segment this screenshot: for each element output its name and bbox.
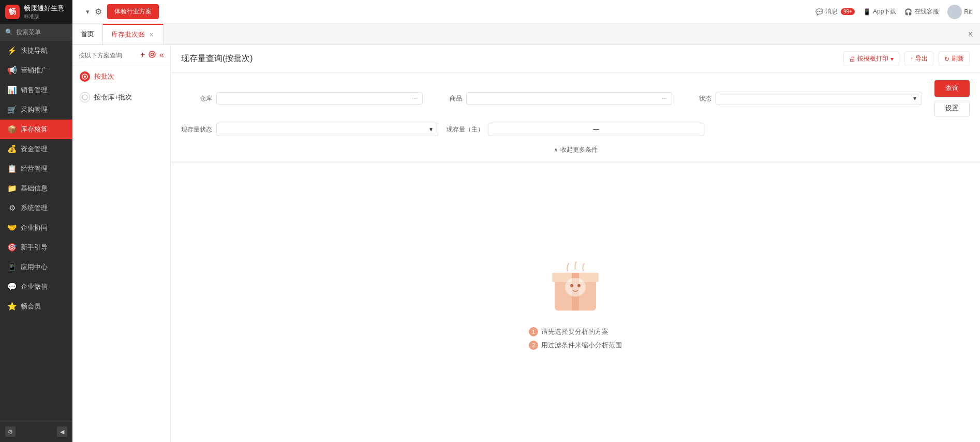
scheme-batch-icon bbox=[80, 71, 90, 82]
status-filter: 状态 ▾ bbox=[680, 92, 922, 105]
sidebar-item-purchase[interactable]: 🛒 采购管理 bbox=[0, 100, 72, 120]
export-label: 导出 bbox=[915, 54, 928, 63]
message-button[interactable]: 💬 消息 99+ bbox=[815, 7, 855, 16]
sidebar-item-quick-nav[interactable]: ⚡ 快捷导航 bbox=[0, 41, 72, 61]
search-icon: 🔍 bbox=[5, 28, 13, 36]
sidebar-item-inventory[interactable]: 📦 库存核算 bbox=[0, 120, 72, 139]
inventory-status-label: 现存量状态 bbox=[181, 125, 212, 134]
product-more-icon[interactable]: ··· bbox=[662, 95, 666, 101]
sidebar-item-sales[interactable]: 📊 销售管理 bbox=[0, 80, 72, 100]
tab-home[interactable]: 首页 bbox=[72, 24, 103, 44]
experience-button[interactable]: 体验行业方案 bbox=[107, 4, 159, 19]
left-panel: 按以下方案查询 + « 按批次 bbox=[72, 45, 171, 442]
product-input[interactable]: ··· bbox=[466, 92, 673, 105]
sidebar-item-appstore[interactable]: 📱 应用中心 bbox=[0, 257, 72, 277]
dropdown-button[interactable]: ▾ bbox=[86, 8, 90, 16]
app-logo: 畅 bbox=[5, 5, 20, 19]
sidebar-item-finance[interactable]: 💰 资金管理 bbox=[0, 139, 72, 159]
sidebar-item-marketing[interactable]: 📢 营销推广 bbox=[0, 61, 72, 80]
system-icon: ⚙ bbox=[7, 203, 17, 213]
appstore-icon: 📱 bbox=[7, 262, 17, 272]
app-download-button[interactable]: 📱 App下载 bbox=[863, 7, 896, 16]
brand-subtitle: 标准版 bbox=[24, 13, 64, 20]
sidebar-search[interactable]: 🔍 搜索菜单 bbox=[0, 24, 72, 41]
status-label: 状态 bbox=[680, 94, 711, 103]
sidebar-header: 畅 畅康通好生意 标准版 bbox=[0, 0, 72, 24]
filter-row-2: 现存量状态 ▾ 现存量（主） — bbox=[181, 123, 970, 136]
inventory-status-chevron: ▾ bbox=[429, 126, 433, 133]
topbar: ▾ ⚙ 体验行业方案 💬 消息 99+ 📱 App下载 🎧 在线客服 Rit bbox=[72, 0, 980, 24]
sidebar-item-wechat[interactable]: 💬 企业微信 bbox=[0, 277, 72, 297]
member-icon: ⭐ bbox=[7, 302, 17, 311]
sidebar-item-label: 销售管理 bbox=[21, 85, 48, 95]
online-support-button[interactable]: 🎧 在线客服 bbox=[904, 7, 939, 16]
sidebar-item-operation[interactable]: 📋 经营管理 bbox=[0, 159, 72, 179]
sidebar-item-label: 企业协同 bbox=[21, 223, 48, 232]
collapse-panel-button[interactable]: « bbox=[159, 50, 164, 61]
wechat-icon: 💬 bbox=[7, 282, 17, 291]
collapse-label: 收起更多条件 bbox=[560, 145, 598, 154]
close-icon: × bbox=[968, 30, 973, 38]
basic-icon: 📁 bbox=[7, 184, 17, 193]
sidebar-item-enterprise[interactable]: 🤝 企业协同 bbox=[0, 218, 72, 238]
sidebar-item-label: 库存核算 bbox=[21, 125, 48, 134]
warehouse-more-icon[interactable]: ··· bbox=[412, 95, 417, 101]
search-label: 搜索菜单 bbox=[16, 28, 41, 37]
tip-num-2: 2 bbox=[529, 341, 538, 350]
main-content: 现存量查询(按批次) 🖨 按模板打印 ▾ ↑ 导出 ↻ 刷新 bbox=[171, 45, 980, 442]
inventory-status-select[interactable]: ▾ bbox=[216, 123, 438, 136]
sidebar-item-newbie[interactable]: 🎯 新手引导 bbox=[0, 238, 72, 257]
scheme-settings-button[interactable] bbox=[148, 50, 156, 61]
scheme-batch[interactable]: 按批次 bbox=[72, 66, 170, 87]
add-scheme-button[interactable]: + bbox=[140, 50, 145, 61]
sidebar-item-member[interactable]: ⭐ 畅会员 bbox=[0, 297, 72, 316]
topbar-settings-icon[interactable]: ⚙ bbox=[95, 7, 102, 17]
sidebar-item-label: 资金管理 bbox=[21, 144, 48, 154]
tip-num-1: 1 bbox=[529, 327, 538, 336]
collapse-filter-button[interactable]: ∧ 收起更多条件 bbox=[181, 142, 970, 154]
product-label: 商品 bbox=[431, 94, 462, 103]
svg-point-1 bbox=[151, 53, 154, 56]
tip-text-1: 请先选择要分析的方案 bbox=[541, 327, 608, 336]
quick-nav-icon: ⚡ bbox=[7, 46, 17, 55]
svg-point-4 bbox=[82, 95, 87, 100]
refresh-icon: ↻ bbox=[944, 55, 949, 63]
export-button[interactable]: ↑ 导出 bbox=[904, 51, 933, 66]
page-header: 现存量查询(按批次) 🖨 按模板打印 ▾ ↑ 导出 ↻ 刷新 bbox=[171, 45, 980, 73]
template-print-button[interactable]: 🖨 按模板打印 ▾ bbox=[843, 51, 899, 66]
product-filter: 商品 ··· bbox=[431, 92, 673, 105]
range-end-input[interactable] bbox=[603, 126, 645, 133]
dropdown-icon: ▾ bbox=[86, 8, 90, 16]
empty-illustration bbox=[542, 251, 609, 315]
range-start-input[interactable] bbox=[547, 126, 589, 133]
warehouse-filter: 仓库 ··· bbox=[181, 92, 423, 105]
refresh-button[interactable]: ↻ 刷新 bbox=[939, 51, 970, 66]
svg-point-8 bbox=[565, 278, 586, 297]
collapse-sidebar-button[interactable]: ◀ bbox=[57, 426, 67, 437]
scheme-warehouse-batch[interactable]: 按仓库+批次 bbox=[72, 87, 170, 108]
tab-close-button[interactable]: × bbox=[148, 31, 155, 39]
query-button[interactable]: 查询 bbox=[934, 80, 970, 97]
brand-name: 畅康通好生意 bbox=[24, 4, 64, 13]
purchase-icon: 🛒 bbox=[7, 105, 17, 114]
sidebar-item-label: 畅会员 bbox=[21, 302, 41, 311]
filter-settings-button[interactable]: 设置 bbox=[934, 100, 970, 116]
inventory-amount-range[interactable]: — bbox=[488, 123, 704, 136]
tab-inventory-batch[interactable]: 库存批次账 × bbox=[103, 24, 164, 45]
settings-button[interactable]: ⚙ bbox=[5, 426, 16, 437]
panel-close-button[interactable]: × bbox=[961, 30, 980, 39]
user-avatar[interactable]: Rit bbox=[947, 5, 972, 19]
online-support-label: 在线客服 bbox=[914, 7, 939, 16]
status-select[interactable]: ▾ bbox=[716, 92, 922, 105]
status-chevron: ▾ bbox=[913, 95, 916, 102]
sidebar-item-system[interactable]: ⚙ 系统管理 bbox=[0, 198, 72, 218]
newbie-icon: 🎯 bbox=[7, 243, 17, 252]
sidebar-nav: ⚡ 快捷导航 📢 营销推广 📊 销售管理 🛒 采购管理 📦 库存核算 💰 资金管… bbox=[0, 41, 72, 421]
message-label: 消息 bbox=[825, 7, 838, 16]
finance-icon: 💰 bbox=[7, 144, 17, 154]
warehouse-input[interactable]: ··· bbox=[216, 92, 423, 105]
left-panel-actions: + « bbox=[140, 50, 164, 61]
sidebar-item-basic[interactable]: 📁 基础信息 bbox=[0, 179, 72, 198]
left-panel-header: 按以下方案查询 + « bbox=[72, 45, 170, 66]
warehouse-label: 仓库 bbox=[181, 94, 212, 103]
